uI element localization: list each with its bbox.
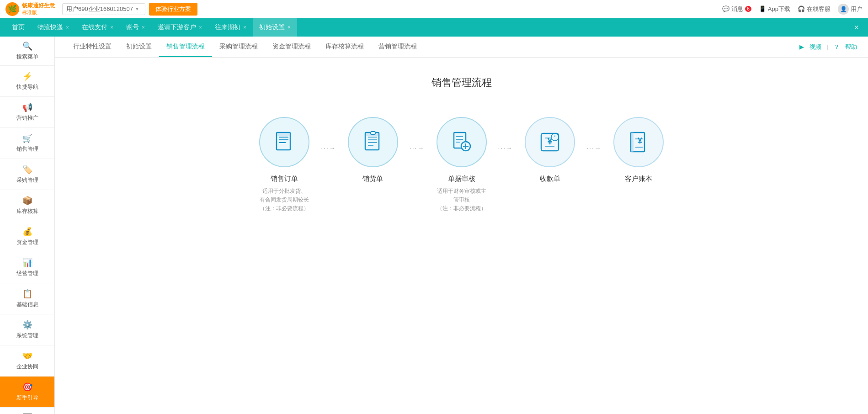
app-download-item[interactable]: 📱 App下载 <box>759 5 790 13</box>
basic-info-icon: 📋 <box>22 289 32 299</box>
step-circle-audit[interactable] <box>437 117 487 167</box>
sub-tab-initial[interactable]: 初始设置 <box>119 37 159 57</box>
tab-account-close-icon[interactable]: × <box>142 24 145 31</box>
sub-tab-industry-label: 行业特性设置 <box>73 42 112 50</box>
svg-text:*: * <box>554 135 556 140</box>
arrow-dots-2: ···→ <box>410 144 425 152</box>
purchase-icon: 🏷️ <box>22 165 32 175</box>
logo-line1: 畅康通好生意 <box>22 2 55 10</box>
sidebar-item-basic-info[interactable]: 📋 基础信息 <box>0 283 54 314</box>
user-selector[interactable]: 用户690企业1660120507 ▼ <box>62 3 145 15</box>
sidebar-item-purchase[interactable]: 🏷️ 采购管理 <box>0 159 54 190</box>
flow-steps: 销售订单 适用于分批发货、有合同发货周期较长（注：非必要流程） ···→ <box>248 117 675 213</box>
svg-rect-23 <box>631 133 634 152</box>
top-bar-right: 💬 消息 6 📱 App下载 🎧 在线客服 👤 用户 <box>722 4 863 15</box>
tab-home[interactable]: 首页 <box>5 18 31 37</box>
tab-payment-close-icon[interactable]: × <box>110 24 113 31</box>
tab-account[interactable]: 账号 × <box>120 18 151 37</box>
sub-tab-inventory-flow-label: 库存核算流程 <box>325 42 364 50</box>
sidebar: 🔍 搜索菜单 ⚡ 快捷导航 📢 营销推广 🛒 销售管理 🏷️ 采购管理 📦 库存… <box>0 37 55 414</box>
step-circle-receipt[interactable]: ¥ * <box>525 117 575 167</box>
sidebar-item-app-center[interactable]: 🔲 应用中心 <box>0 408 54 414</box>
sidebar-item-operations-label: 经营管理 <box>16 270 38 277</box>
sub-tab-marketing-flow[interactable]: 营销管理流程 <box>371 37 424 57</box>
tab-invite-close-icon[interactable]: × <box>199 24 202 31</box>
divider: | <box>827 43 828 50</box>
flow-arrow-2: ···→ <box>410 117 425 152</box>
user-avatar-item[interactable]: 👤 用户 <box>838 4 863 15</box>
sidebar-item-system[interactable]: ⚙️ 系统管理 <box>0 314 54 345</box>
sidebar-item-guide-label: 新手引导 <box>16 394 38 402</box>
trial-button[interactable]: 体验行业方案 <box>149 3 197 16</box>
sidebar-item-quick-nav[interactable]: ⚡ 快捷导航 <box>0 66 54 97</box>
step-name-sales-slip: 销货单 <box>362 175 383 183</box>
sub-tab-finance-flow[interactable]: 资金管理流程 <box>265 37 318 57</box>
sub-tab-industry[interactable]: 行业特性设置 <box>66 37 119 57</box>
tab-logistics[interactable]: 物流快递 × <box>31 18 75 37</box>
arrow-dots-1: ···→ <box>321 144 336 152</box>
sidebar-item-guide[interactable]: 🎯 新手引导 <box>0 377 54 408</box>
tab-period[interactable]: 往来期初 × <box>208 18 253 37</box>
step-desc-audit: 适用于财务审核或主管审核（注：非必要流程） <box>437 187 486 213</box>
search-icon: 🔍 <box>22 41 32 51</box>
online-service-item[interactable]: 🎧 在线客服 <box>798 5 831 13</box>
flow-step-ledger: ¥ 客户账本 <box>602 117 675 187</box>
flow-step-audit: 单据审核 适用于财务审核或主管审核（注：非必要流程） <box>425 117 498 213</box>
step-circle-sales-order[interactable] <box>259 117 309 167</box>
sidebar-item-inventory-label: 库存核算 <box>16 207 38 215</box>
step-circle-ledger[interactable]: ¥ <box>613 117 664 167</box>
ledger-icon: ¥ <box>627 131 650 154</box>
sub-tab-inventory-flow[interactable]: 库存核算流程 <box>318 37 371 57</box>
tab-payment[interactable]: 在线支付 × <box>75 18 120 37</box>
tab-home-label: 首页 <box>12 23 25 32</box>
sidebar-item-enterprise[interactable]: 🤝 企业协同 <box>0 345 54 377</box>
main-layout: 🔍 搜索菜单 ⚡ 快捷导航 📢 营销推广 🛒 销售管理 🏷️ 采购管理 📦 库存… <box>0 37 868 414</box>
sidebar-item-operations[interactable]: 📊 经营管理 <box>0 252 54 283</box>
tab-init-settings-label: 初始设置 <box>259 23 285 32</box>
marketing-icon: 📢 <box>22 102 32 112</box>
sidebar-item-quick-nav-label: 快捷导航 <box>16 83 38 91</box>
step-desc-sales-order: 适用于分批发货、有合同发货周期较长（注：非必要流程） <box>260 187 309 213</box>
help-label[interactable]: 帮助 <box>845 43 857 51</box>
step-name-receipt: 收款单 <box>540 175 560 183</box>
tab-payment-label: 在线支付 <box>82 23 107 32</box>
nav-close-all-icon[interactable]: × <box>850 23 863 32</box>
message-label: 消息 <box>731 5 743 13</box>
sidebar-item-marketing-label: 营销推广 <box>16 114 38 122</box>
nav-tabs: 首页 物流快递 × 在线支付 × 账号 × 邀请下游客户 × 往来期初 × 初始… <box>0 18 868 37</box>
sidebar-item-search[interactable]: 🔍 搜索菜单 <box>0 37 54 66</box>
tab-logistics-label: 物流快递 <box>37 23 63 32</box>
sidebar-item-finance[interactable]: 💰 资金管理 <box>0 221 54 252</box>
sidebar-item-sales-label: 销售管理 <box>16 145 38 153</box>
sub-tab-sales-flow[interactable]: 销售管理流程 <box>159 37 212 57</box>
arrow-dots-4: ···→ <box>586 144 602 152</box>
content-area: 行业特性设置 初始设置 销售管理流程 采购管理流程 资金管理流程 库存核算流程 … <box>55 37 868 414</box>
video-icon: ▶ <box>799 43 804 50</box>
top-bar: 🌿 畅康通好生意 标准版 用户690企业1660120507 ▼ 体验行业方案 … <box>0 0 868 18</box>
tab-period-close-icon[interactable]: × <box>243 24 246 31</box>
step-name-audit: 单据审核 <box>448 175 475 183</box>
tab-logistics-close-icon[interactable]: × <box>66 24 69 31</box>
help-icon: ？ <box>834 43 840 51</box>
sidebar-item-purchase-label: 采购管理 <box>16 176 38 184</box>
sub-tabs: 行业特性设置 初始设置 销售管理流程 采购管理流程 资金管理流程 库存核算流程 … <box>55 37 868 58</box>
video-label[interactable]: 视频 <box>809 43 821 51</box>
message-item[interactable]: 💬 消息 6 <box>722 5 751 13</box>
sales-slip-icon <box>362 131 384 154</box>
flow-step-sales-slip: 销货单 <box>336 117 410 187</box>
sidebar-item-sales[interactable]: 🛒 销售管理 <box>0 128 54 159</box>
sub-tab-marketing-flow-label: 营销管理流程 <box>378 42 417 50</box>
receipt-icon: ¥ * <box>538 131 561 154</box>
step-circle-sales-slip[interactable] <box>348 117 398 167</box>
tab-init-settings-close-icon[interactable]: × <box>288 24 291 31</box>
sidebar-item-marketing[interactable]: 📢 营销推广 <box>0 97 54 128</box>
sub-tab-initial-label: 初始设置 <box>126 42 152 50</box>
tab-init-settings[interactable]: 初始设置 × <box>253 18 297 37</box>
sidebar-item-inventory[interactable]: 📦 库存核算 <box>0 190 54 221</box>
sub-tab-purchase-flow[interactable]: 采购管理流程 <box>212 37 265 57</box>
headset-icon: 🎧 <box>798 5 805 12</box>
flow-step-receipt: ¥ * 收款单 <box>513 117 586 187</box>
app-download-icon: 📱 <box>759 5 766 12</box>
tab-account-label: 账号 <box>126 23 139 32</box>
tab-invite[interactable]: 邀请下游客户 × <box>151 18 208 37</box>
